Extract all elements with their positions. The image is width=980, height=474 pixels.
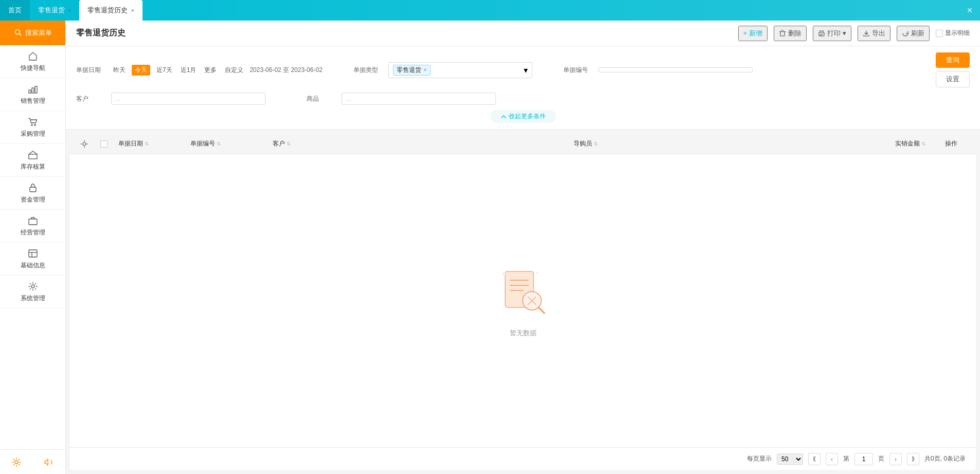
date-btn-today[interactable]: 今天 — [132, 65, 150, 76]
date-btn-1month[interactable]: 近1月 — [179, 65, 199, 76]
sidebar-item-system-mgmt-label: 系统管理 — [21, 294, 45, 303]
th-amount-label: 实销金额 — [895, 139, 920, 148]
goods-input[interactable]: ... — [342, 93, 496, 105]
goods-placeholder: ... — [346, 95, 351, 102]
query-button[interactable]: 查询 — [936, 52, 970, 68]
svg-point-13 — [31, 285, 34, 288]
th-bill-no-sort: ⇅ — [217, 141, 221, 147]
th-date-label: 单据日期 — [118, 139, 143, 148]
svg-line-1 — [19, 33, 21, 35]
show-detail-label: 显示明细 — [945, 29, 970, 38]
tab-home-label: 首页 — [8, 6, 22, 15]
svg-rect-9 — [29, 219, 37, 225]
filter-area: 单据日期 昨天 今天 近7天 近1月 更多 自定义 2023-06-02 至 2… — [66, 46, 980, 130]
th-checkbox[interactable] — [95, 140, 113, 148]
export-button[interactable]: 导出 — [858, 26, 890, 41]
gear-button[interactable] — [7, 453, 26, 471]
tab-home[interactable]: 首页 — [0, 0, 30, 21]
print-label: 打印 — [827, 29, 841, 38]
th-bill-no[interactable]: 单据编号 ⇅ — [185, 139, 268, 148]
svg-rect-10 — [29, 250, 37, 257]
tab-retail-return[interactable]: 零售退货 × — [30, 0, 79, 21]
delete-label: 删除 — [788, 29, 801, 38]
th-bill-no-label: 单据编号 — [190, 139, 215, 148]
customer-input[interactable]: ... — [111, 93, 265, 105]
th-amount[interactable]: 实销金额 ⇅ — [869, 139, 931, 148]
date-btn-more[interactable]: 更多 — [202, 65, 219, 76]
sidebar-item-purchase-mgmt[interactable]: 采购管理 — [0, 111, 65, 144]
add-button[interactable]: + 新增 — [738, 26, 768, 41]
sidebar-item-inventory[interactable]: 库存核算 — [0, 144, 65, 177]
print-button[interactable]: 打印 ▾ — [813, 26, 851, 41]
pagination: 每页显示 50 10 20 100 ⟪ ‹ 第 页 › ⟫ 共0页, 0条记录 — [70, 447, 976, 470]
svg-rect-2 — [29, 90, 31, 93]
volume-button[interactable] — [40, 453, 58, 471]
empty-illustration — [495, 264, 551, 320]
svg-point-14 — [15, 461, 18, 464]
type-selector[interactable]: 零售退货 × ▾ — [388, 62, 532, 78]
next-page-button[interactable]: › — [889, 453, 902, 465]
tab-retail-return-label: 零售退货 — [38, 6, 65, 15]
sidebar-item-quick-nav[interactable]: 快捷导航 — [0, 45, 65, 78]
window-close-button[interactable]: × — [959, 0, 980, 21]
page-size-select[interactable]: 50 10 20 100 — [777, 453, 803, 465]
svg-line-25 — [539, 307, 544, 313]
type-tag-remove[interactable]: × — [423, 66, 427, 74]
sidebar-item-sales-mgmt[interactable]: 销售管理 — [0, 78, 65, 111]
date-btn-custom[interactable]: 自定义 — [223, 65, 245, 76]
svg-rect-17 — [820, 34, 823, 34]
content-area: 零售退货历史 + 新增 删除 打印 ▾ 导出 刷新 — [66, 21, 980, 474]
type-dropdown-icon: ▾ — [524, 65, 528, 75]
type-tag: 零售退货 × — [393, 65, 431, 76]
tab-retail-return-history[interactable]: 零售退货历史 × — [79, 0, 142, 21]
th-date[interactable]: 单据日期 ⇅ — [113, 139, 185, 148]
export-label: 导出 — [872, 29, 885, 38]
sidebar-item-system-mgmt[interactable]: 系统管理 — [0, 276, 65, 308]
date-btn-7days[interactable]: 近7天 — [154, 65, 174, 76]
th-settings[interactable] — [74, 140, 95, 148]
th-guide[interactable]: 导购员 ⇅ — [568, 139, 869, 148]
select-all-checkbox[interactable] — [100, 140, 108, 148]
customer-filter-field: 客户 ... — [76, 93, 265, 105]
svg-point-29 — [536, 272, 538, 274]
th-customer-label: 客户 — [273, 139, 285, 148]
svg-point-6 — [34, 124, 35, 125]
sidebar-item-operations[interactable]: 经营管理 — [0, 210, 65, 243]
collapse-row: 收起更多条件 — [76, 110, 970, 123]
shopping-icon — [27, 116, 39, 127]
show-detail-container: 显示明细 — [936, 29, 970, 38]
collapse-button[interactable]: 收起更多条件 — [490, 110, 556, 123]
delete-button[interactable]: 删除 — [774, 26, 807, 41]
sidebar-search[interactable]: 搜索菜单 — [0, 21, 65, 45]
page-number-input[interactable] — [854, 453, 873, 465]
goods-filter-field: 商品 ... — [307, 93, 496, 105]
page-label: 第 — [843, 454, 849, 463]
sidebar-item-finance[interactable]: 资金管理 — [0, 177, 65, 210]
refresh-button[interactable]: 刷新 — [897, 26, 930, 41]
page-size-label: 每页显示 — [747, 454, 772, 463]
date-btn-yesterday[interactable]: 昨天 — [111, 65, 128, 76]
top-bar: 首页 零售退货 × 零售退货历史 × × — [0, 0, 980, 21]
filter-row-1: 单据日期 昨天 今天 近7天 近1月 更多 自定义 2023-06-02 至 2… — [76, 52, 970, 87]
svg-rect-8 — [30, 187, 36, 192]
page-header: 零售退货历史 + 新增 删除 打印 ▾ 导出 刷新 — [66, 21, 980, 46]
settings-button[interactable]: 设置 — [936, 71, 970, 87]
main-layout: 搜索菜单 快捷导航 销售管理 采购管理 库存核算 — [0, 21, 980, 474]
show-detail-checkbox[interactable] — [936, 30, 943, 37]
first-page-button[interactable]: ⟪ — [808, 453, 821, 465]
tab-retail-return-history-close[interactable]: × — [131, 7, 134, 13]
bill-no-input[interactable] — [598, 67, 753, 72]
th-customer[interactable]: 客户 ⇅ — [268, 139, 568, 148]
sidebar-item-basic-info[interactable]: 基础信息 — [0, 243, 65, 276]
svg-point-28 — [503, 272, 506, 276]
date-filter-field: 单据日期 昨天 今天 近7天 近1月 更多 自定义 2023-06-02 至 2… — [76, 65, 323, 76]
sidebar-item-inventory-label: 库存核算 — [21, 162, 45, 171]
tab-retail-return-close[interactable]: × — [68, 7, 71, 13]
svg-rect-4 — [35, 86, 37, 93]
table-settings-icon — [80, 140, 88, 148]
bill-no-filter-field: 单据编号 — [563, 66, 753, 75]
export-icon — [863, 30, 870, 37]
last-page-button[interactable]: ⟫ — [907, 453, 919, 465]
settings-icon — [27, 281, 39, 292]
prev-page-button[interactable]: ‹ — [826, 453, 838, 465]
